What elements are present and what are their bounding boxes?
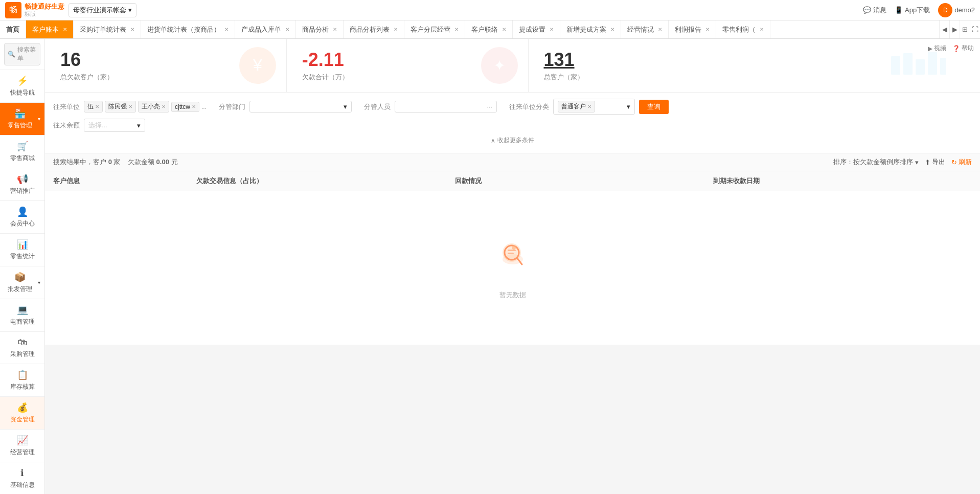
message-icon: 💬: [863, 6, 871, 14]
tab-customer-connect[interactable]: 客户联络 ✕: [465, 20, 513, 39]
account-selector[interactable]: 母婴行业演示帐套 ▾: [69, 3, 136, 17]
logo-area: 畅 畅捷通好生意 标版: [5, 2, 64, 18]
sidebar-item-member[interactable]: 👤 会员中心: [0, 201, 44, 234]
export-icon: ⬆: [925, 159, 930, 166]
tag-close-normal[interactable]: ✕: [587, 104, 591, 109]
close-icon[interactable]: ✕: [502, 27, 506, 32]
tab-customer-tier[interactable]: 客户分层经营 ✕: [404, 20, 465, 39]
dept-select[interactable]: ▾: [249, 101, 352, 113]
user-menu[interactable]: D demo2: [938, 3, 975, 17]
close-icon[interactable]: ✕: [130, 27, 134, 32]
export-btn[interactable]: ⬆ 导出: [925, 158, 945, 167]
close-icon[interactable]: ✕: [705, 27, 710, 32]
sidebar-item-basic[interactable]: ℹ 基础信息: [0, 462, 44, 494]
chevron-down-icon: ▾: [915, 159, 919, 166]
tab-goods-analysis-list[interactable]: 商品分析列表 ✕: [344, 20, 404, 39]
tab-purchase-order[interactable]: 采购订单统计表 ✕: [74, 20, 141, 39]
nav-fullscreen-icon[interactable]: ⛶: [970, 20, 980, 39]
ops-icon: 📈: [17, 435, 28, 446]
close-icon[interactable]: ✕: [658, 27, 662, 32]
message-btn[interactable]: 💬 消息: [863, 6, 886, 15]
filter-tag-cjttcw: cjttcw ✕: [171, 102, 199, 112]
col-customer-info: 客户信息: [53, 176, 196, 186]
tag-close-cjttcw[interactable]: ✕: [192, 104, 196, 109]
tab-purchase-stat[interactable]: 进货单统计表（按商品） ✕: [141, 20, 235, 39]
sidebar-item-retail-store[interactable]: 🛒 零售商城: [0, 136, 44, 168]
sidebar: 🔍 搜索菜单 ⚡ 快捷导航 🏪 零售管理 ▾ 🛒 零售商城 📢 营销推广 👤 会…: [0, 39, 45, 494]
close-icon[interactable]: ✕: [333, 27, 337, 32]
ecommerce-icon: 💻: [17, 304, 28, 316]
sidebar-item-wholesale[interactable]: 📦 批发管理 ▾: [0, 266, 44, 299]
tab-operations[interactable]: 经营情况 ✕: [621, 20, 669, 39]
nav-right-arrow[interactable]: ▶: [949, 20, 960, 39]
close-icon[interactable]: ✕: [63, 27, 67, 32]
tab-new-plan[interactable]: 新增提成方案 ✕: [560, 20, 621, 39]
sidebar-item-ops[interactable]: 📈 经营管理: [0, 430, 44, 462]
ellipsis-icon: ···: [487, 103, 492, 110]
marketing-icon: 📢: [17, 173, 28, 185]
close-icon[interactable]: ✕: [550, 27, 554, 32]
help-btn[interactable]: ❓ 帮助: [952, 44, 974, 53]
filter-more-tags[interactable]: ...: [201, 103, 207, 110]
chevron-down-icon: ▾: [627, 103, 630, 110]
video-btn[interactable]: ▶ 视频: [928, 44, 946, 53]
query-button[interactable]: 查询: [639, 100, 669, 114]
collapse-filter-btn[interactable]: ∧ 收起更多条件: [53, 136, 972, 145]
sidebar-item-retail-mgmt[interactable]: 🏪 零售管理 ▾: [0, 103, 44, 136]
col-repayment: 回款情况: [455, 176, 714, 186]
tab-profit-report[interactable]: 利润报告 ✕: [669, 20, 716, 39]
purchase-icon: 🛍: [18, 337, 27, 348]
sidebar-item-ecommerce[interactable]: 💻 电商管理: [0, 299, 44, 332]
search-menu-btn[interactable]: 🔍 搜索菜单: [4, 43, 40, 65]
nav-expand-icon[interactable]: ⊞: [960, 20, 970, 39]
card3-bg-icon: [888, 50, 949, 81]
search-icon: 🔍: [8, 51, 15, 58]
sidebar-item-marketing[interactable]: 📢 营销推广: [0, 168, 44, 201]
balance-select[interactable]: 选择... ▾: [84, 119, 145, 132]
close-icon[interactable]: ✕: [224, 27, 229, 32]
svg-text:✦: ✦: [493, 57, 506, 74]
app-download-btn[interactable]: 📱 App下载: [895, 6, 930, 15]
tag-close-wu[interactable]: ✕: [95, 104, 99, 109]
tag-close-chen[interactable]: ✕: [128, 104, 132, 109]
col-debt-info: 欠款交易信息（占比）: [196, 176, 455, 186]
tab-home[interactable]: 首页: [0, 20, 26, 39]
chevron-down-icon: ▾: [344, 103, 347, 110]
tab-product-entry[interactable]: 产成品入库单 ✕: [235, 20, 296, 39]
tab-retail-profit[interactable]: 零售利润（ ✕: [716, 20, 770, 39]
sidebar-item-finance[interactable]: 💰 资金管理: [0, 397, 44, 430]
col-due-date: 到期未收款日期: [713, 176, 972, 186]
tag-close-wang[interactable]: ✕: [162, 104, 166, 109]
filter-tag-chen: 陈民强 ✕: [105, 101, 136, 113]
results-actions: 排序：按欠款金额倒序排序 ▾ ⬆ 导出 ↻ 刷新: [833, 158, 972, 167]
table-header: 客户信息 欠款交易信息（占比） 回款情况 到期未收款日期: [45, 171, 980, 191]
chevron-up-icon: ∧: [491, 137, 495, 144]
unit-class-select[interactable]: 普通客户 ✕ ▾: [553, 99, 635, 115]
filter-tag-wu: 伍 ✕: [84, 101, 103, 113]
nav-left-arrow[interactable]: ◀: [939, 20, 949, 39]
filter-row-1: 往来单位 伍 ✕ 陈民强 ✕ 王小亮 ✕ cjttcw: [53, 99, 972, 115]
sidebar-item-inventory[interactable]: 📋 库存核算: [0, 364, 44, 397]
sidebar-item-purchase[interactable]: 🛍 采购管理: [0, 332, 44, 364]
close-icon[interactable]: ✕: [454, 27, 459, 32]
close-icon[interactable]: ✕: [394, 27, 398, 32]
close-icon[interactable]: ✕: [285, 27, 289, 32]
refresh-btn[interactable]: ↻ 刷新: [951, 158, 972, 167]
svg-rect-8: [940, 58, 946, 75]
close-icon[interactable]: ✕: [610, 27, 614, 32]
person-select[interactable]: ···: [395, 101, 497, 113]
filter-area: 往来单位 伍 ✕ 陈民强 ✕ 王小亮 ✕ cjttcw: [45, 93, 980, 153]
tab-goods-analysis[interactable]: 商品分析 ✕: [296, 20, 344, 39]
sidebar-item-quick-nav[interactable]: ⚡ 快捷导航: [0, 70, 44, 103]
filter-tag-normal-customer: 普通客户 ✕: [558, 101, 595, 113]
tab-reminder[interactable]: 提成设置 ✕: [513, 20, 560, 39]
close-icon[interactable]: ✕: [760, 27, 764, 32]
chevron-down-icon: ▾: [137, 122, 141, 129]
svg-rect-13: [508, 250, 516, 251]
empty-state: 暂无数据: [492, 236, 533, 300]
tab-account[interactable]: 客户账本 ✕: [26, 20, 74, 39]
sidebar-item-retail-stat[interactable]: 📊 零售统计: [0, 234, 44, 266]
svg-text:¥: ¥: [253, 56, 262, 74]
sort-select[interactable]: 排序：按欠款金额倒序排序 ▾: [833, 158, 919, 167]
card3-actions: ▶ 视频 ❓ 帮助: [928, 44, 974, 53]
